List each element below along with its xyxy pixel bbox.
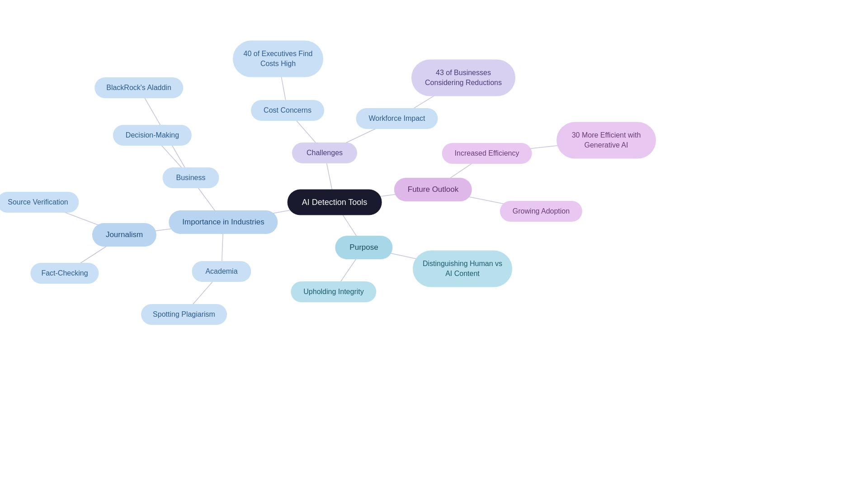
source-verif-node: Source Verification [0, 192, 79, 213]
more-efficient-node: 30 More Efficient with Generative AI [557, 122, 656, 159]
growing-adoption-node: Growing Adoption [500, 201, 582, 222]
upholding-integrity-node: Upholding Integrity [291, 281, 376, 302]
purpose-node: Purpose [335, 236, 392, 259]
decision-making-node: Decision-Making [113, 125, 192, 146]
center-node: AI Detection Tools [288, 190, 382, 215]
exec-costs-node: 40 of Executives Find Costs High [233, 41, 323, 77]
workforce-impact-node: Workforce Impact [356, 108, 438, 129]
business-reductions-node: 43 of Businesses Considering Reductions [411, 60, 515, 96]
importance-industries-node: Importance in Industries [169, 210, 278, 234]
business-node: Business [163, 167, 219, 188]
fact-checking-node: Fact-Checking [30, 263, 99, 284]
academia-node: Academia [192, 261, 251, 282]
spotting-plagiarism-node: Spotting Plagiarism [141, 304, 227, 325]
challenges-node: Challenges [292, 143, 357, 163]
cost-concerns-node: Cost Concerns [251, 100, 324, 121]
blackrock-node: BlackRock's Aladdin [94, 77, 183, 98]
increased-efficiency-node: Increased Efficiency [442, 143, 532, 164]
distinguishing-content-node: Distinguishing Human vs AI Content [413, 251, 512, 287]
future-outlook-node: Future Outlook [394, 178, 472, 201]
journalism-node: Journalism [92, 223, 156, 247]
